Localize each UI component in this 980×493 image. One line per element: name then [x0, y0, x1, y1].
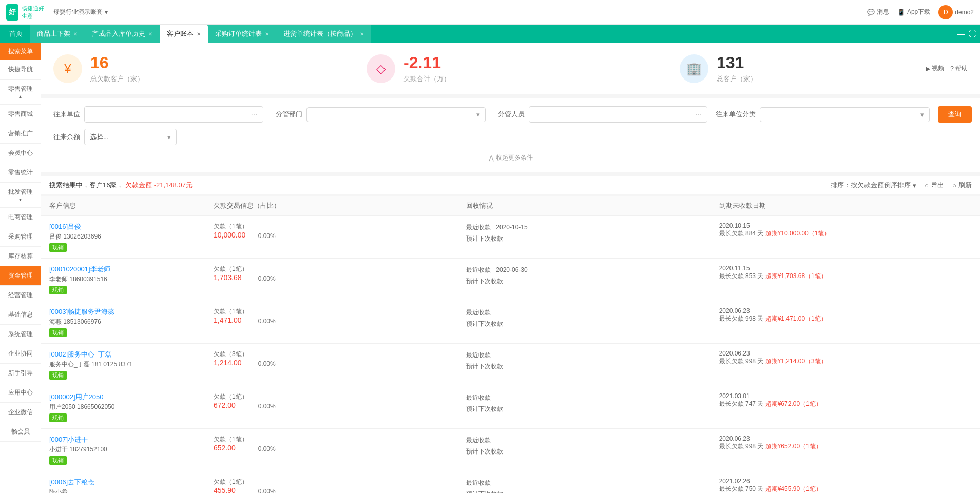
- sidebar-item-marketing[interactable]: 营销推广: [0, 124, 41, 144]
- stat-total-customers: 🏢 131 总客户（家） ▶ 视频 ? 帮助: [667, 43, 980, 94]
- stat-debt-customers: ¥ 16 总欠款客户（家）: [41, 43, 354, 94]
- sidebar-item-wholesale-mgmt[interactable]: 批发管理 ▼: [0, 183, 41, 208]
- sidebar-item-inventory[interactable]: 库存核算: [0, 247, 41, 266]
- unit-class-select[interactable]: ▾: [760, 107, 930, 122]
- debt-label-0007: 欠款（1笔）: [214, 435, 248, 444]
- next-collection-label-0016: 预计下次收款: [466, 233, 719, 245]
- customer-name-lao[interactable]: [0001020001]李老师: [49, 265, 214, 274]
- tab-purchase-close-icon[interactable]: ✕: [265, 31, 269, 37]
- due-date-lao: 2020.11.15: [719, 265, 972, 272]
- balance-label: 往来余额: [49, 132, 80, 142]
- refresh-circle-icon: ○: [952, 182, 956, 189]
- debt-main-0006: 欠款（1笔） 455.90: [214, 478, 248, 493]
- customer-name-0016[interactable]: [0016]吕俊: [49, 222, 214, 231]
- tab-purchase-stats[interactable]: 进货单统计表（按商品） ✕: [276, 25, 371, 43]
- customer-name-0007[interactable]: [0007]小进干: [49, 435, 214, 444]
- customer-name-user2050[interactable]: [000002]用户2050: [49, 392, 214, 402]
- customer-name-0003[interactable]: [0003]畅捷服务尹海蕊: [49, 307, 214, 317]
- sidebar-item-basic-info[interactable]: 基础信息: [0, 305, 41, 325]
- video-btn[interactable]: ▶ 视频: [926, 64, 944, 73]
- sidebar-item-ecommerce[interactable]: 电商管理: [0, 208, 41, 227]
- export-btn[interactable]: ○ 导出: [925, 181, 944, 190]
- overdue-link-0007[interactable]: 超期¥652.00（1笔）: [765, 443, 822, 450]
- overdue-link-0016[interactable]: 超期¥10,000.00（1笔）: [765, 230, 831, 237]
- tab-products-close-icon[interactable]: ✕: [73, 31, 78, 37]
- debt-percent-0007: 0.00%: [258, 435, 276, 452]
- customer-tag-0002: 现销: [49, 371, 67, 380]
- total-debt-customers-value: 16: [90, 53, 144, 72]
- customer-tag-lao: 现销: [49, 286, 67, 294]
- customer-name-0006[interactable]: [0006]去下粮仓: [49, 478, 214, 487]
- user-btn[interactable]: D demo2: [938, 5, 974, 19]
- overdue-link-0003[interactable]: 超期¥1,471.00（1笔）: [765, 315, 827, 322]
- overdue-link-0002[interactable]: 超期¥1,214.00（3笔）: [765, 358, 827, 365]
- tab-history-close-icon[interactable]: ✕: [148, 31, 152, 37]
- search-button[interactable]: 查询: [938, 106, 972, 123]
- max-overdue-0006: 最长欠款 750 天 超期¥455.90（1笔）: [719, 485, 972, 493]
- sidebar-item-retail-mgmt[interactable]: 零售管理 ▲: [0, 80, 41, 105]
- from-unit-input[interactable]: ···: [84, 106, 263, 123]
- tab-purchase-order[interactable]: 采购订单统计表 ✕: [208, 25, 276, 43]
- overdue-link-user2050[interactable]: 超期¥672.00（1笔）: [765, 400, 822, 407]
- tab-home[interactable]: 首页: [2, 25, 30, 43]
- dept-select[interactable]: ▾: [306, 107, 486, 122]
- tab-maximize-icon[interactable]: ⛶: [969, 30, 976, 38]
- tab-purchase-stats-label: 进货单统计表（按商品）: [283, 29, 357, 38]
- store-selector[interactable]: 母婴行业演示账套 ▾: [53, 8, 861, 16]
- unit-class-label: 往来单位分类: [716, 110, 756, 119]
- sidebar-search-menu[interactable]: 搜索菜单: [0, 43, 41, 60]
- due-date-user2050: 2021.03.01: [719, 392, 972, 400]
- tab-actions: — ⛶: [957, 30, 980, 38]
- overdue-link-0006[interactable]: 超期¥455.90（1笔）: [765, 485, 822, 492]
- tab-bar: 首页 商品上下架 ✕ 产成品入库单历史 ✕ 客户账本 ✕ 采购订单统计表 ✕ 进…: [0, 25, 980, 43]
- sidebar-item-retail-stats[interactable]: 零售统计: [0, 163, 41, 183]
- user-avatar: D: [938, 5, 953, 19]
- sidebar-item-beginner[interactable]: 新手引导: [0, 364, 41, 383]
- help-btn[interactable]: ? 帮助: [950, 64, 968, 73]
- sidebar-item-wechat[interactable]: 企业微信: [0, 403, 41, 422]
- sidebar-item-system[interactable]: 系统管理: [0, 325, 41, 344]
- person-input[interactable]: ···: [529, 106, 708, 123]
- balance-select[interactable]: 选择... ▾: [84, 129, 177, 145]
- top-right: 💬 消息 📱 App下载 D demo2: [867, 5, 974, 19]
- collapse-row[interactable]: ⋀ 收起更多条件: [49, 151, 972, 164]
- col-customer-info: 客户信息: [49, 201, 214, 210]
- sidebar-quick-nav[interactable]: 快捷导航: [0, 60, 41, 80]
- sidebar-item-finance[interactable]: 资金管理: [0, 266, 41, 286]
- export-label: 导出: [931, 181, 944, 190]
- tab-customer-account[interactable]: 客户账本 ✕: [160, 25, 208, 43]
- message-btn[interactable]: 💬 消息: [867, 8, 889, 16]
- stat-debt-customers-icon: ¥: [53, 54, 82, 83]
- sidebar-enterprise-label: 企业协同: [8, 349, 33, 358]
- dept-arrow-icon: ▾: [476, 111, 480, 119]
- sidebar-item-retail-mall[interactable]: 零售商城: [0, 105, 41, 124]
- debt-label-0006: 欠款（1笔）: [214, 478, 248, 486]
- customer-name-0002[interactable]: [0002]服务中心_丁磊: [49, 350, 214, 359]
- sidebar-item-vip[interactable]: 畅会员: [0, 422, 41, 442]
- debt-percent-0006: 0.00%: [258, 478, 276, 493]
- sidebar-item-member[interactable]: 会员中心: [0, 144, 41, 163]
- person-dots-icon: ···: [695, 110, 702, 119]
- recovery-0002: 最近收款 预计下次收款: [466, 350, 719, 380]
- tab-products-history[interactable]: 产成品入库单历史 ✕: [85, 25, 160, 43]
- tab-minimize-icon[interactable]: —: [957, 30, 965, 38]
- sidebar-item-enterprise[interactable]: 企业协同: [0, 344, 41, 364]
- collapse-btn[interactable]: ⋀ 收起更多条件: [489, 153, 533, 162]
- tab-customer-close-icon[interactable]: ✕: [197, 31, 201, 37]
- app-download-btn[interactable]: 📱 App下载: [897, 8, 930, 16]
- app-icon: 📱: [897, 9, 905, 16]
- debt-main-0003: 欠款（1笔） 1,471.00: [214, 307, 248, 324]
- sidebar-purchase-label: 采购管理: [8, 232, 33, 241]
- debt-label-0003: 欠款（1笔）: [214, 307, 248, 316]
- balance-value: 选择...: [90, 132, 109, 142]
- overdue-link-lao[interactable]: 超期¥1,703.68（1笔）: [765, 272, 827, 280]
- sidebar-item-purchase[interactable]: 采购管理: [0, 227, 41, 247]
- last-collection-0002: 最近收款: [466, 350, 719, 361]
- sidebar-item-operations[interactable]: 经营管理: [0, 286, 41, 305]
- refresh-btn[interactable]: ○ 刷新: [952, 181, 972, 190]
- tab-products-on-off[interactable]: 商品上下架 ✕: [30, 25, 85, 43]
- sidebar-item-app-center[interactable]: 应用中心: [0, 383, 41, 403]
- sort-select[interactable]: 排序：按欠款金额倒序排序 ▾: [831, 181, 916, 190]
- due-date-0006: 2021.02.26: [719, 478, 972, 485]
- tab-stats-close-icon[interactable]: ✕: [360, 31, 364, 37]
